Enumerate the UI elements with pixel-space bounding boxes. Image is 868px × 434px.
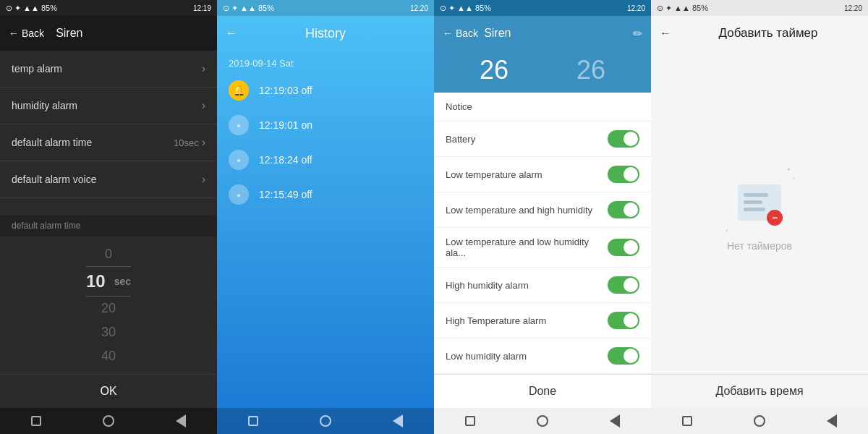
- menu-item-alarm-time[interactable]: default alarm time 10sec ›: [0, 124, 217, 161]
- history-item-3[interactable]: ● 12:15:49 off: [217, 177, 434, 212]
- menu-label-alarm-voice: default alarm voice: [12, 174, 97, 185]
- history-item-0[interactable]: 🔔 12:19:03 off: [217, 73, 434, 108]
- menu-item-alarm-voice[interactable]: default alarm voice ›: [0, 161, 217, 198]
- toggle-low-temp-high-hum[interactable]: [608, 201, 639, 218]
- toggle-low-hum[interactable]: [608, 347, 639, 365]
- nav-square-icon-3: [465, 416, 475, 426]
- panel-add-timer: ⊙ ✦ ▲▲ 85% 12:20 ← Добавить таймер ✦ ✦ ✦…: [651, 0, 868, 434]
- picker-value-2: 20: [101, 301, 116, 316]
- picker-row-4[interactable]: 40: [101, 344, 116, 368]
- history-item-1[interactable]: ● 12:19:01 on: [217, 108, 434, 142]
- nav-bar-4: [651, 408, 868, 434]
- status-bar-2: ⊙ ✦ ▲▲ 85% 12:20: [217, 0, 434, 16]
- setting-label-low-temp: Low temperature alarm: [446, 169, 608, 180]
- history-dot-0: 🔔: [229, 80, 249, 101]
- page-title-1: Siren: [56, 27, 82, 40]
- setting-label-battery: Battery: [446, 134, 608, 145]
- setting-low-temp-low-hum[interactable]: Low temperature and low humidity ala...: [434, 228, 651, 268]
- picker-row-2[interactable]: 20: [101, 297, 116, 320]
- bell-icon-0: 🔔: [233, 85, 245, 96]
- status-time-3: 12:20: [627, 4, 645, 12]
- done-button[interactable]: Done: [434, 374, 651, 408]
- picker-row-0[interactable]: 0: [105, 242, 112, 266]
- chevron-icon-alarm-voice: ›: [202, 173, 205, 186]
- nav-circle-btn-3[interactable]: [532, 414, 553, 428]
- toggle-high-hum[interactable]: [608, 276, 639, 294]
- nav-circle-btn-4[interactable]: [749, 414, 770, 428]
- setting-low-hum[interactable]: Low humidity alarm: [434, 339, 651, 374]
- history-item-2[interactable]: ● 12:18:24 off: [217, 142, 434, 177]
- status-time-4: 12:20: [844, 4, 862, 12]
- panel-siren-settings: ⊙ ✦ ▲▲ 85% 12:19 ← Back Siren temp alarm…: [0, 0, 217, 434]
- nav-bar-2: [217, 408, 434, 434]
- setting-notice: Notice: [434, 93, 651, 122]
- nav-square-btn-1[interactable]: [25, 414, 47, 428]
- nav-back-btn-4[interactable]: [821, 414, 843, 428]
- done-label: Done: [529, 385, 556, 398]
- nav-back-btn-2[interactable]: [387, 414, 409, 428]
- back-button-1[interactable]: ← Back: [9, 27, 44, 39]
- ok-button[interactable]: OK: [0, 374, 217, 408]
- back-button-2[interactable]: ←: [226, 27, 237, 40]
- page-title-3: Siren: [484, 27, 627, 40]
- picker-row-1[interactable]: 10 sec: [86, 266, 131, 297]
- date-num-2: 26: [576, 55, 605, 85]
- toggle-low-temp-low-hum[interactable]: [608, 239, 639, 256]
- nav-back-btn-1[interactable]: [170, 414, 192, 428]
- history-dot-3: ●: [229, 184, 249, 205]
- status-icons-4: ⊙ ✦ ▲▲ 85%: [657, 4, 708, 13]
- history-list: 🔔 12:19:03 off ● 12:19:01 on ● 12:18:24 …: [217, 73, 434, 212]
- nav-circle-btn-2[interactable]: [315, 414, 336, 428]
- nav-back-btn-3[interactable]: [604, 414, 626, 428]
- setting-battery[interactable]: Battery: [434, 122, 651, 157]
- nav-circle-btn-1[interactable]: [98, 414, 119, 428]
- page-title-4: Добавить таймер: [677, 26, 859, 41]
- section-label-1: default alarm time: [0, 215, 217, 237]
- minus-badge: −: [767, 210, 783, 226]
- nav-square-btn-3[interactable]: [459, 414, 481, 428]
- menu-item-temp[interactable]: temp alarm ›: [0, 51, 217, 88]
- history-time-1: 12:19:01 on: [259, 119, 312, 131]
- nav-triangle-icon-4: [827, 414, 837, 427]
- picker-value-0: 0: [105, 247, 112, 262]
- menu-item-humidity[interactable]: humidity alarm ›: [0, 88, 217, 124]
- status-bar-3: ⊙ ✦ ▲▲ 85% 12:20: [434, 0, 651, 16]
- status-time-1: 12:19: [193, 4, 211, 12]
- add-time-button[interactable]: Добавить время: [651, 374, 868, 408]
- setting-low-temp[interactable]: Low temperature alarm: [434, 157, 651, 192]
- date-label: 2019-09-14 Sat: [229, 58, 294, 69]
- picker-value-4: 40: [101, 349, 116, 364]
- time-picker[interactable]: 0 10 sec 20 30 40: [0, 237, 217, 374]
- empty-text: Нет таймеров: [727, 240, 792, 252]
- nav-circle-icon-1: [103, 415, 114, 427]
- nav-bar-3: [434, 408, 651, 434]
- doc-line-2: [744, 200, 762, 204]
- picker-unit-1: sec: [114, 276, 131, 287]
- setting-label-high-hum: High humidity alarm: [446, 280, 608, 291]
- nav-square-icon-1: [31, 416, 41, 426]
- back-button-4[interactable]: ←: [660, 27, 671, 40]
- doc-line-3: [744, 208, 765, 211]
- edit-icon-3[interactable]: ✏: [633, 27, 642, 41]
- chevron-icon-humidity: ›: [202, 99, 205, 112]
- status-left-2: ⊙ ✦ ▲▲ 85%: [223, 4, 274, 13]
- back-button-3[interactable]: ← Back: [443, 27, 478, 39]
- nav-square-btn-4[interactable]: [676, 414, 698, 428]
- back-label-3: Back: [456, 27, 478, 39]
- setting-high-hum[interactable]: High humidity alarm: [434, 268, 651, 303]
- setting-high-temp[interactable]: High Temperature alarm: [434, 303, 651, 339]
- toggle-low-temp[interactable]: [608, 166, 639, 183]
- picker-value-1: 10: [86, 271, 106, 292]
- back-label-1: Back: [22, 27, 44, 39]
- toggle-battery[interactable]: [608, 130, 639, 148]
- dot-icon-3: ●: [237, 191, 241, 199]
- history-time-2: 12:18:24 off: [259, 154, 312, 166]
- history-dot-1: ●: [229, 115, 249, 135]
- nav-square-btn-2[interactable]: [242, 414, 264, 428]
- back-arrow-icon-1: ←: [9, 27, 19, 39]
- picker-row-3[interactable]: 30: [101, 320, 116, 344]
- page-title-2: History: [305, 26, 346, 41]
- chevron-icon-alarm-time: ›: [202, 136, 205, 149]
- toggle-high-temp[interactable]: [608, 312, 639, 329]
- setting-low-temp-high-hum[interactable]: Low temperature and high humidity: [434, 192, 651, 228]
